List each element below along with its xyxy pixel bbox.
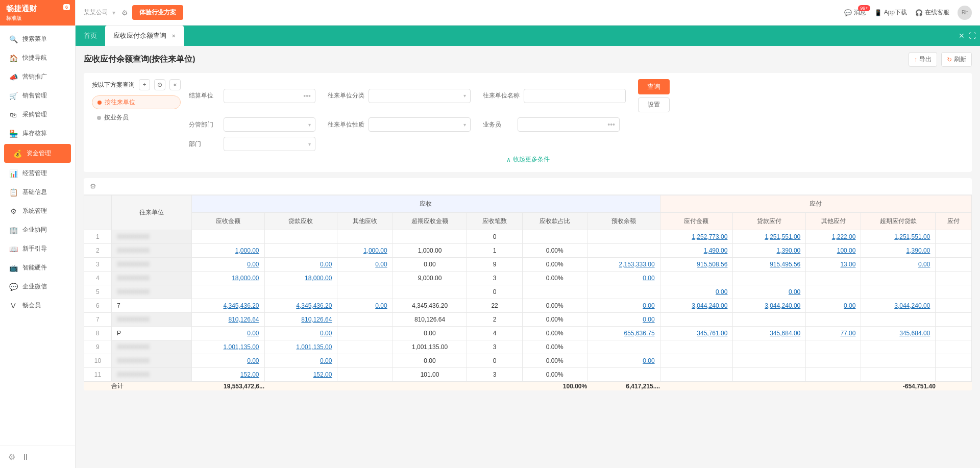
cell-prepay-3[interactable]: 0.00 bbox=[587, 272, 660, 285]
sidebar-item-marketing[interactable]: 📣 营销推广 bbox=[0, 67, 75, 86]
sidebar-item-inventory[interactable]: 🏪 库存核算 bbox=[0, 124, 75, 143]
cell-other-recv-5[interactable]: 0.00 bbox=[337, 299, 393, 313]
cell-loan-recv-6[interactable]: 810,126.64 bbox=[264, 313, 337, 327]
cell-other-pay-2[interactable]: 13.00 bbox=[806, 258, 861, 272]
partner-name-input[interactable] bbox=[524, 89, 626, 103]
cell-other-pay-1[interactable]: 100.00 bbox=[806, 244, 861, 258]
cell-overdue-pay-2[interactable]: 0.00 bbox=[861, 258, 936, 272]
cell-other-pay-5[interactable]: 0.00 bbox=[806, 299, 861, 313]
sidebar-icon-operations: 📊 bbox=[8, 169, 18, 178]
sidebar-collapse-icon[interactable]: ⏸ bbox=[21, 453, 30, 462]
cell-pay-amt-5[interactable]: 3,044,240.00 bbox=[660, 299, 733, 313]
cell-prepay-2[interactable]: 2,153,333.00 bbox=[587, 258, 660, 272]
sidebar-item-search-menu[interactable]: 🔍 搜索菜单 bbox=[0, 30, 75, 48]
cell-loan-recv-10[interactable]: 152.00 bbox=[264, 368, 337, 382]
tab-close-icon[interactable]: ✕ bbox=[172, 33, 176, 39]
partner-category-select[interactable]: ▾ bbox=[369, 89, 471, 103]
cell-pay-amt-2[interactable]: 915,508.56 bbox=[660, 258, 733, 272]
cell-overdue-pay-5[interactable]: 3,044,240.00 bbox=[861, 299, 936, 313]
cell-pay-amt-7[interactable]: 345,761.00 bbox=[660, 327, 733, 340]
service-label: 在线客服 bbox=[925, 8, 949, 17]
cell-loan-pay-1[interactable]: 1,390.00 bbox=[733, 244, 806, 258]
cell-other-pay-7[interactable]: 77.00 bbox=[806, 327, 861, 340]
table-settings-icon[interactable]: ⚙ bbox=[90, 182, 96, 190]
sidebar-item-system[interactable]: ⚙ 系统管理 bbox=[0, 202, 75, 220]
sidebar-item-guide[interactable]: 📖 新手引导 bbox=[0, 239, 75, 258]
sidebar-icon-search-menu: 🔍 bbox=[8, 35, 18, 43]
cell-overdue-pay-1[interactable]: 1,390.00 bbox=[861, 244, 936, 258]
user-avatar[interactable]: Rit bbox=[958, 6, 972, 20]
cell-pay-amt-1[interactable]: 1,490.00 bbox=[660, 244, 733, 258]
cell-recv-amt-10[interactable]: 152.00 bbox=[191, 368, 264, 382]
service-btn[interactable]: 🎧 在线客服 bbox=[915, 8, 949, 17]
cell-loan-recv-3[interactable]: 18,000.00 bbox=[264, 272, 337, 285]
department-select[interactable]: ▾ bbox=[224, 137, 315, 151]
settings-icon[interactable]: ⚙ bbox=[121, 9, 128, 17]
cell-prepay-5[interactable]: 0.00 bbox=[587, 299, 660, 313]
filter-option-partner[interactable]: 按往来单位 bbox=[92, 95, 181, 109]
cell-recv-amt-3[interactable]: 18,000.00 bbox=[191, 272, 264, 285]
query-btn[interactable]: 查询 bbox=[638, 79, 670, 94]
cell-recv-amt-5[interactable]: 4,345,436.20 bbox=[191, 299, 264, 313]
cell-loan-recv-5[interactable]: 4,345,436.20 bbox=[264, 299, 337, 313]
cell-overdue-pay-3 bbox=[861, 272, 936, 285]
cell-recv-amt-6[interactable]: 810,126.64 bbox=[191, 313, 264, 327]
partner-nature-select[interactable]: ▾ bbox=[369, 117, 471, 132]
division-select[interactable]: ▾ bbox=[224, 117, 315, 132]
filter-option-salesperson[interactable]: 按业务员 bbox=[92, 111, 181, 124]
set-btn[interactable]: 设置 bbox=[638, 97, 670, 112]
cell-loan-recv-8[interactable]: 1,001,135.00 bbox=[264, 340, 337, 354]
salesperson-dots[interactable]: ••• bbox=[607, 120, 615, 129]
filter-target-btn[interactable]: ⊙ bbox=[154, 79, 165, 90]
sidebar-item-sales[interactable]: 🛒 销售管理 bbox=[0, 86, 75, 105]
cell-recv-amt-7[interactable]: 0.00 bbox=[191, 327, 264, 340]
cell-loan-recv-2[interactable]: 0.00 bbox=[264, 258, 337, 272]
sidebar-item-smart-hw[interactable]: 📺 智能硬件 bbox=[0, 258, 75, 277]
cell-loan-pay-4[interactable]: 0.00 bbox=[733, 285, 806, 299]
cell-overdue-pay-0[interactable]: 1,251,551.00 bbox=[861, 230, 936, 244]
cell-prepay-9[interactable]: 0.00 bbox=[587, 354, 660, 368]
cell-recv-amt-2[interactable]: 0.00 bbox=[191, 258, 264, 272]
sidebar-item-weixin[interactable]: 💬 企业微信 bbox=[0, 277, 75, 296]
sidebar-item-operations[interactable]: 📊 经营管理 bbox=[0, 164, 75, 183]
sidebar-item-member[interactable]: V 畅会员 bbox=[0, 296, 75, 315]
cell-recv-amt-9[interactable]: 0.00 bbox=[191, 354, 264, 368]
sidebar-settings-icon[interactable]: ⚙ bbox=[8, 452, 15, 462]
sidebar-icon-capital: 💰 bbox=[12, 150, 22, 158]
app-btn[interactable]: 📱 App下载 bbox=[874, 8, 907, 17]
cell-prepay-7[interactable]: 655,636.75 bbox=[587, 327, 660, 340]
collapse-btn[interactable]: ∧ 收起更多条件 bbox=[506, 153, 550, 166]
cell-loan-pay-5[interactable]: 3,044,240.00 bbox=[733, 299, 806, 313]
filter-back-btn[interactable]: « bbox=[169, 79, 181, 90]
sidebar-item-enterprise[interactable]: 🏢 企业协同 bbox=[0, 220, 75, 239]
cell-recv-amt-8[interactable]: 1,001,135.00 bbox=[191, 340, 264, 354]
footer-loan-receivable bbox=[264, 382, 337, 391]
cell-loan-pay-0[interactable]: 1,251,551.00 bbox=[733, 230, 806, 244]
cell-other-pay-0[interactable]: 1,222.00 bbox=[806, 230, 861, 244]
sidebar-item-purchase[interactable]: 🛍 采购管理 bbox=[0, 105, 75, 124]
industry-btn[interactable]: 体验行业方案 bbox=[132, 5, 183, 20]
window-expand-icon[interactable]: ⛶ bbox=[969, 32, 976, 40]
sidebar-item-quick-nav[interactable]: 🏠 快捷导航 bbox=[0, 48, 75, 67]
msg-btn[interactable]: 💬 消息 99+ bbox=[844, 8, 866, 17]
cell-recv-amt-1[interactable]: 1,000.00 bbox=[191, 244, 264, 258]
window-close-icon[interactable]: ✕ bbox=[959, 32, 965, 40]
settlement-unit-dots[interactable]: ••• bbox=[303, 92, 311, 100]
tab-home[interactable]: 首页 bbox=[76, 26, 105, 46]
sidebar-item-basic-info[interactable]: 📋 基础信息 bbox=[0, 183, 75, 202]
cell-loan-pay-2[interactable]: 915,495.56 bbox=[733, 258, 806, 272]
refresh-btn[interactable]: ↻ 刷新 bbox=[941, 52, 972, 67]
cell-loan-recv-7[interactable]: 0.00 bbox=[264, 327, 337, 340]
tab-balance-query[interactable]: 应收应付余额查询 ✕ bbox=[105, 26, 184, 46]
cell-pay-amt-0[interactable]: 1,252,773.00 bbox=[660, 230, 733, 244]
cell-overdue-pay-7[interactable]: 345,684.00 bbox=[861, 327, 936, 340]
cell-other-recv-1[interactable]: 1,000.00 bbox=[337, 244, 393, 258]
cell-prepay-6[interactable]: 0.00 bbox=[587, 313, 660, 327]
filter-add-btn[interactable]: + bbox=[139, 79, 150, 90]
cell-loan-recv-9[interactable]: 0.00 bbox=[264, 354, 337, 368]
sidebar-item-capital[interactable]: 💰 资金管理 bbox=[4, 144, 71, 163]
export-btn[interactable]: ↑ 导出 bbox=[909, 52, 937, 67]
cell-loan-pay-7[interactable]: 345,684.00 bbox=[733, 327, 806, 340]
cell-pay-amt-4[interactable]: 0.00 bbox=[660, 285, 733, 299]
cell-other-recv-2[interactable]: 0.00 bbox=[337, 258, 393, 272]
